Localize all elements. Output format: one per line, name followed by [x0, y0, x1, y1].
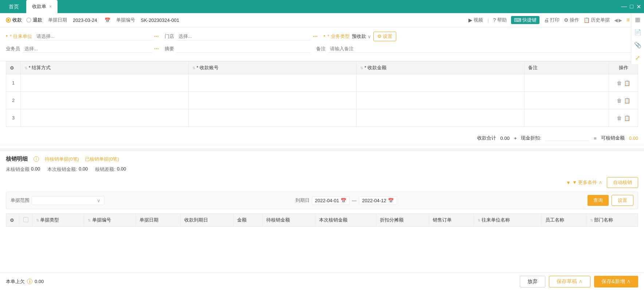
date-from-calendar-icon[interactable]: 📅	[341, 198, 346, 203]
row-2-settlement[interactable]	[21, 92, 189, 109]
list-view-icon[interactable]: ≡	[627, 17, 630, 24]
auto-verify-btn[interactable]: 自动核销	[607, 177, 638, 188]
v-doc-num-label: 单据编号	[92, 217, 111, 223]
row-2-copy-icon[interactable]: 📋	[624, 98, 630, 103]
operation-btn[interactable]: ⚙ 操作	[564, 17, 579, 23]
remarks-input[interactable]	[328, 45, 638, 53]
row-2-account[interactable]	[188, 92, 356, 109]
nav-next-icon[interactable]: ▶	[619, 17, 622, 23]
v-doc-type-label: 单据类型	[40, 217, 59, 223]
chevron-down-icon: ∨	[368, 34, 371, 39]
row-1-amount[interactable]	[356, 74, 524, 92]
table-row: 2 🗑 📋	[6, 92, 638, 109]
tab-home[interactable]: 首页	[3, 0, 25, 13]
radio-refund-circle	[26, 17, 31, 23]
verify-info-icon[interactable]: i	[34, 156, 39, 162]
radio-receipt[interactable]: 收款	[6, 17, 22, 23]
v-col-settings[interactable]: ⚙	[6, 214, 19, 227]
row-1-delete-icon[interactable]: 🗑	[617, 80, 622, 86]
print-btn[interactable]: 🖨 打印	[544, 17, 559, 23]
col-amount-header: ⇅ * 收款金额	[356, 62, 524, 74]
col-settings-header[interactable]: ⚙	[6, 62, 21, 74]
diff-value: 0.00	[117, 166, 126, 173]
pending-tab[interactable]: 待核销单据(0笔)	[45, 156, 79, 162]
query-btn[interactable]: 查询	[588, 195, 609, 206]
radio-refund[interactable]: 退款	[26, 17, 42, 23]
row-3-account[interactable]	[188, 109, 356, 127]
verify-settings-btn[interactable]: 设置	[612, 195, 633, 206]
row-1-copy-icon[interactable]: 📋	[624, 80, 630, 86]
minimize-icon[interactable]: —	[621, 3, 627, 10]
v-col-check	[19, 214, 32, 227]
doc-icon[interactable]: 📄	[634, 29, 641, 36]
scope-select[interactable]: ∨	[32, 196, 105, 205]
video-btn[interactable]: ▶ 视频	[468, 17, 483, 23]
col-remarks-header: 备注	[524, 62, 609, 74]
filter-icon: ▼	[566, 180, 571, 185]
v-doc-date-label: 单据日期	[140, 217, 158, 223]
salesperson-more-icon[interactable]: ···	[154, 46, 159, 52]
history-label: 历史单据	[591, 17, 610, 23]
expand-icon[interactable]: ⤢	[635, 54, 640, 61]
discount-input[interactable]	[546, 135, 589, 141]
tab-receipt-label: 收款单	[32, 0, 46, 13]
bottom-bar: 本单上欠 ℹ 0.00 放弃 保存草稿 ∧ 保存&新增 ∧	[0, 273, 644, 290]
row-1-remarks[interactable]	[524, 74, 609, 92]
draft-btn[interactable]: 保存草稿 ∧	[549, 276, 590, 287]
summary-input[interactable]	[176, 45, 310, 53]
row-3-copy-icon[interactable]: 📋	[624, 115, 630, 121]
business-select[interactable]: 预收款 ∨	[352, 33, 371, 40]
close-window-icon[interactable]: ✕	[636, 3, 641, 10]
v-checkbox-all[interactable]	[23, 217, 28, 223]
shop-input[interactable]	[176, 32, 311, 40]
radio-receipt-label: 收款	[12, 17, 22, 23]
done-tab[interactable]: 已核销单据(0笔)	[85, 156, 119, 162]
partner-more-icon[interactable]: ···	[154, 33, 159, 40]
salesperson-field: 业务员 ···	[6, 45, 159, 53]
row-3-remarks[interactable]	[524, 109, 609, 127]
row-3-settlement[interactable]	[21, 109, 189, 127]
v-col-discount: 折扣分摊额	[376, 214, 429, 227]
tab-receipt[interactable]: 收款单 ×	[26, 0, 58, 13]
row-3-amount[interactable]	[356, 109, 524, 127]
v-col-order: 销售订单	[429, 214, 474, 227]
v-col-due-date: 收款到期日	[181, 214, 233, 227]
date-from-value[interactable]: 2022-04-01	[315, 198, 339, 203]
date-to-value[interactable]: 2022-04-12	[362, 198, 386, 203]
shortcut-btn[interactable]: ⌨ 快捷键	[511, 16, 539, 24]
row-1-account[interactable]	[188, 74, 356, 92]
filter-conditions-btn[interactable]: ▼ ▼ 更多条件 ∧	[566, 179, 602, 186]
row-2-remarks[interactable]	[524, 92, 609, 109]
tab-close-icon[interactable]: ×	[49, 0, 52, 13]
date-to-calendar-icon[interactable]: 📅	[388, 198, 394, 203]
abandon-btn[interactable]: 放弃	[520, 276, 545, 287]
paperclip-icon[interactable]: 📎	[634, 42, 641, 48]
maximize-icon[interactable]: □	[630, 3, 633, 10]
plus-sign: +	[514, 136, 517, 141]
col-remarks-label: 备注	[528, 65, 538, 70]
row-2-amount[interactable]	[356, 92, 524, 109]
history-btn[interactable]: 📋 历史单据	[584, 17, 610, 23]
v-current-label: 本次核销金额	[319, 217, 347, 223]
bottom-info-icon[interactable]: ℹ	[27, 279, 32, 284]
row-2-delete-icon[interactable]: 🗑	[617, 98, 622, 103]
partner-input[interactable]	[34, 32, 152, 40]
print-icon: 🖨	[544, 17, 549, 23]
help-btn[interactable]: ? 帮助	[493, 17, 507, 23]
shop-more-icon[interactable]: ···	[313, 33, 318, 40]
save-new-btn[interactable]: 保存&新增 ∧	[594, 276, 638, 287]
row-1-settlement[interactable]	[21, 74, 189, 92]
v-checkbox-all-icon	[23, 217, 28, 222]
table-icon[interactable]: ▦	[635, 16, 640, 23]
row-3-delete-icon[interactable]: 🗑	[617, 115, 622, 121]
calendar-icon[interactable]: 📅	[105, 17, 110, 23]
partner-label: * 往来单位	[10, 33, 32, 40]
col-actions-label: 操作	[619, 65, 628, 70]
unverified-stat: 未核销金额 0.00	[6, 166, 40, 173]
salesperson-input[interactable]	[22, 45, 152, 53]
current-value: 0.00	[79, 166, 88, 173]
date-to-wrap: 2022-04-12 📅	[359, 196, 397, 205]
nav-prev-icon[interactable]: ◀	[614, 17, 618, 23]
date-value: 2023-03-24	[73, 17, 97, 23]
form-settings-btn[interactable]: ⚙ 设置	[373, 32, 397, 41]
